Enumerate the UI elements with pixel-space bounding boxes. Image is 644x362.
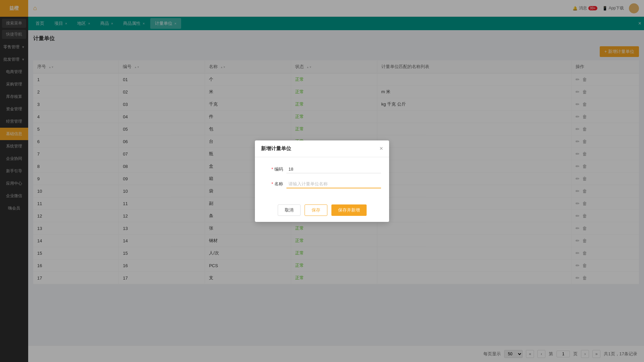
save-button[interactable]: 保存 [305,204,327,216]
modal-body: 编码 名称 [255,157,389,200]
save-and-new-button[interactable]: 保存并新增 [331,204,367,216]
form-row-code: 编码 [263,165,381,173]
modal-title: 新增计量单位 [261,145,291,152]
cancel-button[interactable]: 取消 [278,204,301,216]
form-row-name: 名称 [263,180,381,188]
modal-overlay: 新增计量单位 × 编码 名称 取消 保存 保存并新增 [0,0,644,362]
modal-header: 新增计量单位 × [255,140,389,157]
name-label: 名称 [263,181,283,187]
code-input[interactable] [286,165,381,173]
name-input[interactable] [286,180,381,188]
modal-footer: 取消 保存 保存并新增 [255,200,389,222]
code-label: 编码 [263,166,283,172]
modal-close-button[interactable]: × [379,145,383,152]
add-unit-modal: 新增计量单位 × 编码 名称 取消 保存 保存并新增 [255,140,389,222]
